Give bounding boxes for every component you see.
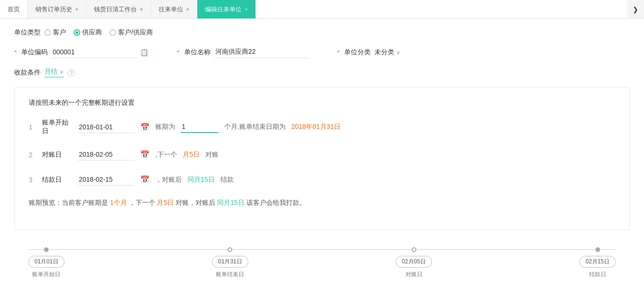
tab-partner-close[interactable]: × — [186, 6, 189, 13]
row-1-desc-prefix: 账期为 — [155, 123, 175, 131]
tab-more-button[interactable]: ❯ — [627, 0, 644, 18]
radio-supplier-label: 供应商 — [82, 28, 102, 37]
row-3-desc-prefix: ，对账后 — [155, 176, 182, 184]
reconcile-calendar-icon[interactable]: 📅 — [140, 150, 150, 159]
tab-cash-work[interactable]: 钱货日清工作台 × — [86, 0, 151, 18]
row-3-highlight: 同月15日 — [187, 176, 215, 184]
preview-suffix: 该客户会给我打款。 — [246, 199, 306, 206]
tab-edit-label: 编辑往来单位 — [205, 5, 242, 14]
radio-supplier[interactable]: 供应商 — [74, 28, 102, 37]
radio-both[interactable]: 客户/供应商 — [110, 28, 153, 37]
period-input[interactable] — [181, 121, 219, 133]
unit-category-group: * 单位分类 未分类 ∨ — [337, 48, 400, 57]
timeline-label-3: 结款日 — [589, 270, 606, 279]
row-3-label: 结款日 — [42, 176, 72, 184]
reconcile-date-input[interactable] — [78, 149, 135, 160]
unit-type-radio-group: 客户 供应商 客户/供应商 — [44, 28, 153, 37]
unit-code-group: * 单位编码 📋 — [14, 46, 148, 58]
row-2-desc-prefix: ,下一个 — [155, 151, 177, 159]
timeline-label-2: 对账日 — [406, 270, 423, 279]
copy-icon[interactable]: 📋 — [140, 49, 148, 56]
radio-supplier-circle — [74, 29, 80, 36]
radio-customer-label: 客户 — [53, 28, 66, 37]
help-icon[interactable]: ? — [68, 69, 75, 76]
timeline-point-reconcile: 02月05日 对账日 — [396, 247, 432, 279]
timeline-label-1: 账单结束日 — [216, 270, 244, 279]
row-3-number: 3 — [29, 176, 36, 184]
radio-both-label: 客户/供应商 — [118, 28, 153, 37]
tab-home[interactable]: 首页 — [0, 0, 28, 18]
payment-condition-value: 月结 — [44, 68, 58, 76]
start-date-input[interactable] — [78, 121, 135, 133]
row-1-number: 1 — [29, 123, 36, 131]
row-2-label: 对账日 — [42, 151, 72, 159]
tab-sales-close[interactable]: × — [75, 6, 78, 13]
unit-name-group: * 单位名称 — [177, 46, 308, 58]
row-2-highlight: 月5日 — [183, 151, 200, 159]
unit-type-label: 单位类型 — [14, 28, 41, 37]
unit-name-star: * — [177, 49, 179, 56]
payment-condition-label: 收款条件 — [14, 68, 41, 77]
settlement-calendar-icon[interactable]: 📅 — [140, 175, 150, 184]
timeline-badge-3: 02月15日 — [579, 256, 616, 268]
unit-category-star: * — [337, 49, 339, 56]
tab-edit-close[interactable]: × — [245, 6, 248, 13]
payment-dropdown-icon: ∨ — [59, 68, 64, 75]
settings-row-3: 3 结款日 📅 ，对账后 同月15日 结款 — [29, 174, 615, 186]
unit-code-label: 单位编码 — [21, 48, 48, 57]
category-dropdown-icon: ∨ — [396, 49, 400, 56]
radio-customer-circle — [44, 29, 51, 36]
timeline-label-0: 账单开始日 — [32, 270, 60, 279]
tab-partner-label: 往来单位 — [159, 5, 183, 14]
radio-both-circle — [110, 29, 116, 36]
timeline-dot-reconcile — [412, 247, 416, 252]
preview-middle1: ，下一个 — [129, 199, 155, 206]
preview-highlight3: 同月15日 — [217, 199, 245, 206]
row-2-desc-suffix: 对账 — [205, 151, 219, 159]
timeline-badge-2: 02月05日 — [396, 256, 432, 268]
row-1-end-date: 2018年01月31日 — [291, 123, 340, 131]
row-1-label: 账单开始日 — [42, 118, 72, 135]
tab-partner-unit[interactable]: 往来单位 × — [151, 0, 197, 18]
timeline-points: 01月01日 账单开始日 01月31日 账单结束日 02月05日 对账日 02月… — [28, 247, 616, 279]
radio-customer[interactable]: 客户 — [44, 28, 66, 37]
timeline-dot-end — [228, 247, 232, 252]
preview-prefix: 账期预览：当前客户账期是 — [29, 199, 108, 206]
row-2-number: 2 — [29, 151, 36, 159]
timeline-dot-settle — [595, 247, 600, 252]
unit-name-input[interactable] — [214, 46, 309, 58]
row-1-desc-suffix: 个月,账单结束日期为 — [224, 123, 286, 131]
settlement-date-input[interactable] — [78, 174, 135, 186]
timeline-point-settle: 02月15日 结款日 — [579, 247, 616, 279]
timeline-point-start: 01月01日 账单开始日 — [28, 247, 65, 279]
preview-middle2: 对账，对账后 — [176, 199, 215, 206]
payment-row: 收款条件 月结 ∨ ? — [14, 68, 630, 77]
panel-title: 请按照未来的一个完整帐期进行设置 — [29, 99, 615, 107]
timeline-track: 01月01日 账单开始日 01月31日 账单结束日 02月05日 对账日 02月… — [28, 240, 616, 279]
unit-category-label: 单位分类 — [344, 48, 371, 57]
unit-name-label: 单位名称 — [184, 48, 211, 57]
timeline-dot-start — [44, 247, 49, 252]
unit-info-row: * 单位编码 📋 * 单位名称 * 单位分类 未分类 ∨ — [14, 46, 630, 58]
settings-row-2: 2 对账日 📅 ,下一个 月5日 对账 — [29, 149, 615, 160]
unit-code-input[interactable] — [51, 46, 136, 58]
tab-edit-partner[interactable]: 编辑往来单位 × — [197, 0, 256, 18]
main-content: 单位类型 客户 供应商 客户/供应商 * 单位编码 — [0, 19, 644, 287]
timeline-wrapper: 01月01日 账单开始日 01月31日 账单结束日 02月05日 对账日 02月… — [14, 240, 630, 279]
unit-code-star: * — [14, 49, 17, 56]
tab-home-label: 首页 — [8, 5, 20, 14]
unit-type-row: 单位类型 客户 供应商 客户/供应商 — [14, 28, 630, 37]
tab-sales-label: 销售订单历史 — [35, 5, 72, 14]
settings-row-1: 1 账单开始日 📅 账期为 个月,账单结束日期为 2018年01月31日 — [29, 118, 615, 135]
tab-sales-history[interactable]: 销售订单历史 × — [28, 0, 86, 18]
preview-highlight1: 1个月 — [110, 199, 127, 206]
timeline-point-end: 01月31日 账单结束日 — [212, 247, 248, 279]
preview-text: 账期预览：当前客户账期是 1个月 ，下一个 月5日 对账，对账后 同月15日 该… — [29, 199, 615, 207]
tab-cash-close[interactable]: × — [140, 6, 143, 13]
chevron-right-icon: ❯ — [633, 6, 638, 13]
unit-category-value: 未分类 — [374, 48, 394, 57]
start-date-calendar-icon[interactable]: 📅 — [140, 123, 150, 132]
tab-cash-label: 钱货日清工作台 — [94, 5, 137, 14]
payment-condition-select[interactable]: 月结 ∨ — [44, 68, 64, 77]
unit-category-select[interactable]: 未分类 ∨ — [374, 48, 400, 57]
